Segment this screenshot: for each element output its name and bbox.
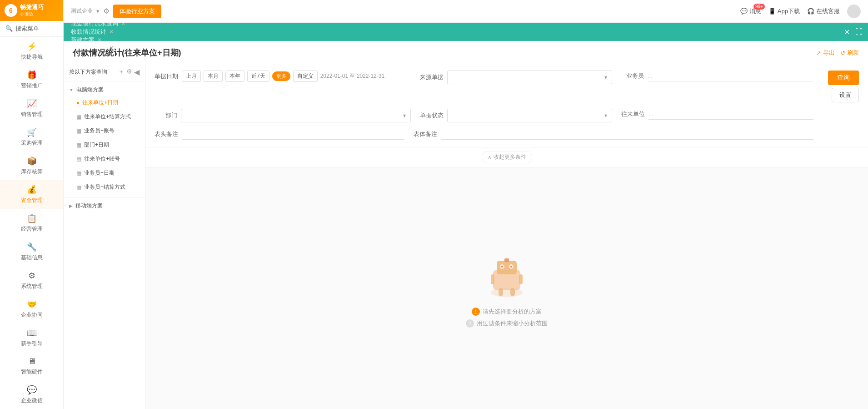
last-7-days-btn[interactable]: 近7天 [247,71,269,82]
app-icon: 📱 [768,8,776,15]
search-icon: 🔍 [5,25,13,32]
sidebar-item-system[interactable]: ⚙系统管理 [0,266,63,295]
date-range-display: 2022-01-01 至 2022-12-31 [320,72,384,80]
mobile-arrow-icon: ▶ [69,203,73,208]
date-field: 单据日期 上月 本月 本年 近7天 更多 自定义 2022-01-01 至 20… [155,71,411,82]
header-note-input[interactable] [182,129,404,140]
basic-icon: 🔧 [27,242,37,252]
search-menu[interactable]: 🔍 搜索菜单 [0,21,63,37]
app-download-btn[interactable]: 📱 App下载 [768,7,800,15]
dept-select[interactable]: ▾ [181,109,411,122]
maximize-btn[interactable]: ⛶ [853,26,864,38]
empty-state: 1 请先选择要分析的方案 2 用过滤条件来缩小分析范围 [145,167,868,409]
user-avatar[interactable] [847,5,861,18]
tab-bank-flow[interactable]: 现金银行流水查询✕ [64,20,133,28]
body-note-input[interactable] [441,129,813,140]
scheme-settings-icon[interactable]: ⚙ [126,68,132,76]
this-month-btn[interactable]: 本月 [204,71,223,82]
online-service-btn[interactable]: 🎧 在线客服 [807,7,840,15]
source-doc-field: 来源单据 ▾ [420,71,612,84]
scheme-item-unit-date[interactable]: ●往来单位+日期 [64,96,145,110]
body-note-field: 表体备注 [414,129,813,140]
message-icon: 💬 [740,8,748,15]
filter-settings-btn[interactable]: 设置 [832,88,859,102]
body-note-label: 表体备注 [414,130,437,138]
doc-status-select[interactable]: ▾ [447,109,612,122]
tab-receipt-stats[interactable]: 收款情况统计✕ [64,28,133,36]
dept-field: 部门 ▾ [155,109,411,122]
tab-label-receipt-stats: 收款情况统计 [71,28,106,36]
sidebar-item-purchase[interactable]: 🛒采购管理 [0,123,63,151]
scheme-collapse-btn[interactable]: ◀ [134,68,140,76]
page-header: 付款情况统计(往来单位+日期) ↗ 导出 ↺ 刷新 [64,41,868,63]
tab-close-new-scheme[interactable]: ✕ [97,37,102,43]
scheme-item-unit-account[interactable]: ▤往来单位+账号 [64,152,145,166]
related-unit-input[interactable] [649,109,813,120]
close-all-tabs-btn[interactable]: ✕ [842,26,852,38]
desktop-section-toggle[interactable]: ▼ 电脑端方案 [64,84,145,96]
source-select[interactable]: ▾ [447,71,612,84]
header-note-label: 表头备注 [155,130,178,138]
sales-icon: 📈 [27,99,37,109]
filter-area: 单据日期 上月 本月 本年 近7天 更多 自定义 2022-01-01 至 20… [145,63,868,409]
export-btn[interactable]: ↗ 导出 [816,49,835,57]
messages-btn[interactable]: 💬 消息 99+ [740,7,761,15]
sidebar-item-wechat[interactable]: 💬企业微信 [0,380,63,409]
service-icon: 🎧 [807,8,814,15]
tabbar: 首页现金银行流水查询✕收款情况统计✕新建方案✕付款情况统计✕ ✕ ⛶ [64,23,868,41]
svg-rect-8 [491,274,494,284]
collapse-bar: ∧ 收起更多条件 [145,147,868,167]
staff-date-icon: ▦ [76,170,81,177]
sidebar-item-quick-nav[interactable]: ⚡快捷导航 [0,37,63,66]
main-area: 测试企业 ▾ ⚙ 体验行业方案 💬 消息 99+ 📱 App下载 🎧 在线客服 … [64,0,868,409]
wechat-label: 企业微信 [21,397,43,404]
unit-account-label: 往来单位+账号 [84,155,120,163]
refresh-btn[interactable]: ↺ 刷新 [840,49,859,57]
mobile-section-toggle[interactable]: ▶ 移动端方案 [64,200,145,212]
custom-date-btn[interactable]: 自定义 [293,71,318,82]
sidebar-item-hardware[interactable]: 🖥智能硬件 [0,352,63,380]
svg-rect-9 [519,274,523,284]
tab-close-bank-flow[interactable]: ✕ [121,20,125,27]
sidebar-item-guide[interactable]: 📖新手引导 [0,323,63,352]
desktop-scheme-items: ●往来单位+日期▦往来单位+结算方式▦业务员+账号▦部门+日期▤往来单位+账号▦… [64,96,145,194]
sidebar-item-marketing[interactable]: 🎁营销推广 [0,66,63,94]
tab-close-receipt-stats[interactable]: ✕ [109,29,114,35]
page: 付款情况统计(往来单位+日期) ↗ 导出 ↺ 刷新 按以下方案查询 ＋ [64,41,868,409]
sidebar-item-enterprise[interactable]: 🤝企业协同 [0,295,63,323]
query-btn[interactable]: 查询 [828,71,859,85]
related-unit-field: 往来单位 [621,109,813,120]
scheme-item-dept-date[interactable]: ▦部门+日期 [64,138,145,152]
capital-icon: 💰 [27,185,37,195]
empty-robot-illustration [479,249,534,304]
scheme-item-staff-settlement[interactable]: ▦业务员+结算方式 [64,180,145,194]
scheme-item-staff-account[interactable]: ▦业务员+账号 [64,124,145,138]
tab-home[interactable]: 首页 [64,11,133,20]
date-buttons: 上月 本月 本年 近7天 更多 自定义 2022-01-01 至 2022-12… [182,71,384,82]
staff-input[interactable] [648,71,813,81]
basic-label: 基础信息 [21,254,43,262]
sidebar-item-sales[interactable]: 📈销售管理 [0,94,63,123]
desktop-arrow-icon: ▼ [69,87,74,92]
add-scheme-btn[interactable]: ＋ [118,68,125,76]
scheme-panel-header: 按以下方案查询 ＋ ⚙ ◀ [64,63,145,81]
tab-close-payment-stats[interactable]: ✕ [109,45,114,51]
sidebar-item-business[interactable]: 📋经营管理 [0,209,63,237]
empty-tip-2: 2 用过滤条件来缩小分析范围 [466,319,548,328]
collapse-conditions-btn[interactable]: ∧ 收起更多条件 [482,151,532,163]
filter-actions: 查询 设置 [823,71,859,102]
header-note-field: 表头备注 [155,129,404,140]
tip-num-1: 1 [472,308,480,316]
this-year-btn[interactable]: 本年 [225,71,244,82]
sidebar-item-basic[interactable]: 🔧基础信息 [0,237,63,266]
page-title: 付款情况统计(往来单位+日期) [73,47,181,58]
scheme-item-staff-date[interactable]: ▦业务员+日期 [64,166,145,180]
unit-settlement-label: 往来单位+结算方式 [84,113,131,121]
svg-rect-10 [499,288,503,296]
scheme-item-unit-settlement[interactable]: ▦往来单位+结算方式 [64,110,145,124]
sidebar-item-capital[interactable]: 💰资金管理 [0,180,63,209]
more-date-btn[interactable]: 更多 [272,71,290,81]
sidebar-item-inventory[interactable]: 📦库存核算 [0,151,63,180]
staff-account-label: 业务员+账号 [84,127,115,135]
last-month-btn[interactable]: 上月 [182,71,201,82]
